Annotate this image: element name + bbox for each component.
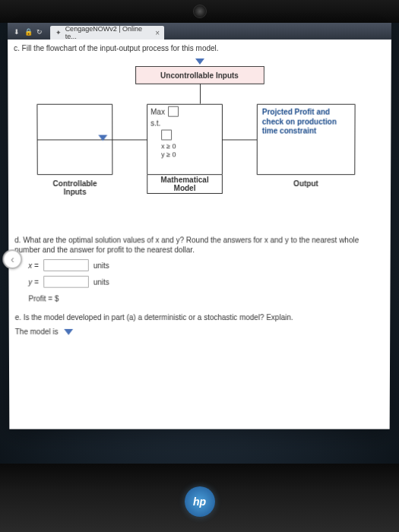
- mathematical-model-box: Max s.t. x ≥ 0 y ≥ 0: [147, 104, 223, 175]
- wand-icon: ✦: [55, 29, 62, 36]
- browser-tab[interactable]: ✦ CengageNOWv2 | Online te... ×: [50, 26, 164, 40]
- profit-label: Profit = $: [28, 294, 59, 302]
- question-c-label: c.: [14, 44, 20, 52]
- connector-line: [223, 139, 257, 140]
- question-d: d. What are the optimal solution values …: [14, 235, 385, 255]
- profit-answer-row: Profit = $: [28, 293, 384, 305]
- tab-title: CengageNOWv2 | Online te...: [65, 25, 153, 40]
- close-icon[interactable]: ×: [155, 28, 160, 36]
- controllable-label: Controllable Inputs: [37, 179, 113, 196]
- constraint-y: y ≥ 0: [147, 150, 222, 158]
- output-box: Projcted Profit and check on production …: [257, 104, 356, 175]
- question-c-text: Fill the flowchart of the input-output p…: [22, 44, 219, 52]
- y-answer-row: y = units: [28, 276, 384, 288]
- question-d-text: What are the optimal solution values of …: [14, 236, 359, 254]
- y-units: units: [93, 277, 109, 286]
- question-e: e. Is the model developed in part (a) a …: [15, 313, 385, 321]
- lock-icon: 🔒: [24, 27, 33, 36]
- monitor-bezel-bottom: hp: [0, 464, 399, 532]
- uncontrollable-inputs-box: Uncontrollable Inputs: [135, 66, 264, 84]
- webcam-icon: [193, 5, 207, 18]
- uncontrollable-label: Uncontrollable Inputs: [160, 71, 239, 79]
- dropdown-arrow-icon[interactable]: [195, 59, 204, 65]
- x-answer-row: x = units: [28, 259, 384, 271]
- model-is-label: The model is: [15, 328, 59, 336]
- browser-controls: ⬇ 🔒 ↻: [11, 27, 49, 40]
- connector-line: [112, 139, 147, 140]
- question-e-text: Is the model developed in part (a) a det…: [24, 313, 293, 321]
- math-model-label: Mathematical Model: [147, 175, 223, 194]
- x-label: x =: [28, 261, 39, 270]
- dropdown-arrow-icon[interactable]: [65, 328, 74, 334]
- menu-icon[interactable]: ⬇: [12, 27, 21, 36]
- output-label: Output: [257, 179, 356, 188]
- browser-window: ‹ ⬇ 🔒 ↻ ✦ CengageNOWv2 | Online te... × …: [8, 23, 391, 429]
- question-e-label: e.: [15, 313, 21, 321]
- question-d-label: d.: [14, 236, 21, 244]
- connector-line: [200, 84, 201, 104]
- controllable-inputs-box: [36, 104, 112, 175]
- x-units: units: [93, 261, 109, 270]
- refresh-icon[interactable]: ↻: [35, 27, 44, 36]
- constraint-x: x ≥ 0: [147, 141, 222, 150]
- question-c: c. Fill the flowchart of the input-outpu…: [14, 44, 385, 52]
- st-label: s.t.: [147, 119, 222, 128]
- objective-input[interactable]: [168, 106, 179, 117]
- y-label: y =: [28, 277, 39, 286]
- x-input[interactable]: [43, 259, 89, 271]
- page-content: c. Fill the flowchart of the input-outpu…: [8, 40, 391, 429]
- flowchart: Uncontrollable Inputs Controllable Input…: [14, 59, 385, 233]
- browser-tab-strip: ⬇ 🔒 ↻ ✦ CengageNOWv2 | Online te... ×: [8, 23, 391, 40]
- monitor-bezel-top: [0, 0, 399, 23]
- model-is-row: The model is: [15, 328, 385, 336]
- prev-page-button[interactable]: ‹: [2, 249, 22, 269]
- profit-input[interactable]: [63, 293, 101, 305]
- constraint-input[interactable]: [161, 130, 172, 141]
- max-label: Max: [150, 107, 165, 116]
- hp-logo-icon: hp: [185, 486, 215, 517]
- y-input[interactable]: [43, 276, 89, 288]
- dropdown-arrow-icon[interactable]: [98, 135, 107, 141]
